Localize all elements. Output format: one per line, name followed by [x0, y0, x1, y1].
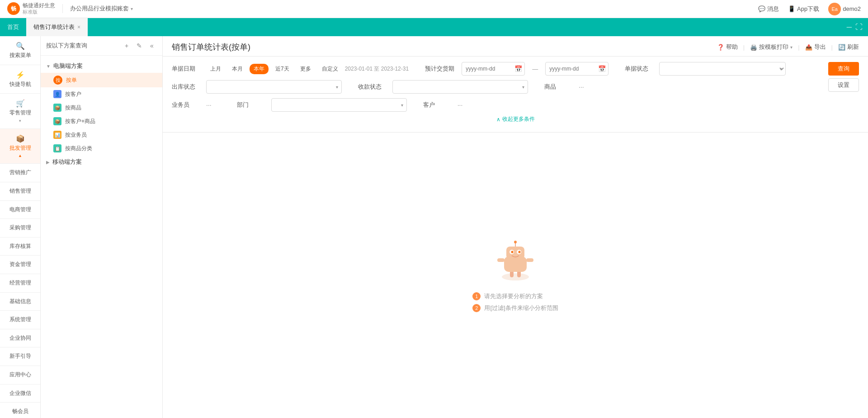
sidebar-item-marketing[interactable]: 营销推广 [0, 164, 40, 182]
sidebar-operation-label: 经营管理 [9, 280, 31, 287]
dept-label: 部门 [237, 101, 264, 109]
date-btn-custom[interactable]: 自定义 [318, 64, 342, 74]
date-range-text: 2023-01-01 至 2023-12-31 [345, 65, 409, 73]
sidebar-item-appstore[interactable]: 应用中心 [0, 366, 40, 385]
tree-child-by-customer[interactable]: 👤 按客户 [41, 87, 162, 101]
edit-scheme-button[interactable]: ✎ [134, 41, 144, 51]
collapse-panel-button[interactable]: « [147, 41, 157, 51]
app-title-dropdown-icon[interactable]: ▾ [131, 6, 133, 11]
sidebar-item-inventory[interactable]: 库存核算 [0, 238, 40, 256]
hint-text-1: 请先选择要分析的方案 [484, 292, 543, 300]
dept-select[interactable] [271, 98, 407, 112]
doc-status-select[interactable] [659, 62, 786, 76]
tree-child-by-order[interactable]: 按 按单 [41, 73, 162, 87]
app-title[interactable]: 办公用品行业模拟账套 ▾ [70, 5, 133, 13]
page-title: 销售订单统计表(按单) [172, 42, 250, 52]
tree-parent-pc[interactable]: ▼ 电脑端方案 [41, 59, 162, 73]
sidebar-item-purchase[interactable]: 采购管理 [0, 219, 40, 238]
message-icon: 💬 [758, 5, 765, 12]
app-download-button[interactable]: 📱 App下载 [788, 5, 819, 13]
top-bar: 畅 畅捷通好生意 标准版 办公用品行业模拟账套 ▾ 💬 消息 📱 App下载 E… [0, 0, 868, 18]
date-from-input[interactable] [462, 62, 525, 76]
export-label: 导出 [814, 43, 826, 51]
help-button[interactable]: ❓ 帮助 [717, 43, 738, 51]
print-dropdown-icon[interactable]: ▾ [790, 45, 793, 50]
date-btn-more[interactable]: 更多 [296, 64, 315, 74]
tree-child-by-salesman[interactable]: 📊 按业务员 [41, 128, 162, 142]
left-panel-actions: + ✎ « [122, 41, 157, 51]
date-btn-last7[interactable]: 近7天 [271, 64, 293, 74]
sidebar-basic-label: 基础信息 [9, 298, 31, 305]
sidebar-item-system[interactable]: 系统管理 [0, 311, 40, 329]
help-label: 帮助 [726, 43, 738, 51]
tab-maximize-icon[interactable]: ⛶ [855, 23, 863, 31]
sidebar-item-wxwork[interactable]: 企业微信 [0, 385, 40, 403]
sidebar-item-operation[interactable]: 经营管理 [0, 274, 40, 293]
tab-active[interactable]: 销售订单统计表 × [26, 18, 88, 36]
collapse-filter-button[interactable]: ∧ 收起更多条件 [172, 112, 859, 127]
filter-status-row: 出库状态 收款状态 商品 ··· [172, 80, 821, 94]
top-bar-right: 💬 消息 📱 App下载 Ea demo2 [758, 3, 861, 15]
sidebar-item-quick[interactable]: ⚡ 快捷导航 [0, 65, 40, 94]
wholesale-icon: 📦 [16, 134, 25, 143]
sidebar-item-retail[interactable]: 🛒 零售管理 ▾ [0, 94, 40, 129]
query-button[interactable]: 查询 [828, 62, 859, 76]
hint-num-1: 1 [472, 292, 481, 300]
payment-status-select-wrap [392, 80, 528, 94]
sidebar-member-label: 畅会员 [12, 408, 28, 415]
sidebar-item-ecom[interactable]: 电商管理 [0, 201, 40, 219]
sidebar-item-finance[interactable]: 资金管理 [0, 256, 40, 274]
date-to-input[interactable] [545, 62, 609, 76]
sidebar-retail-label: 零售管理 [9, 109, 31, 117]
hint-num-2: 2 [472, 304, 481, 312]
sidebar-item-member[interactable]: 畅会员 [0, 403, 40, 418]
sidebar-item-basic[interactable]: 基础信息 [0, 293, 40, 311]
tab-minimize-icon[interactable]: ─ [847, 23, 852, 31]
product-label: 商品 [544, 83, 571, 91]
sidebar-newbie-label: 新手引导 [9, 353, 31, 360]
tree-child-by-category[interactable]: 📋 按商品分类 [41, 142, 162, 155]
print-button[interactable]: 🖨️ 按模板打印 ▾ [750, 43, 793, 51]
sidebar-item-wholesale[interactable]: 📦 批发管理 ▲ [0, 129, 40, 164]
filter-people-row: 业务员 ··· 部门 客户 ··· [172, 98, 821, 112]
sidebar-item-search[interactable]: 🔍 搜索菜单 [0, 36, 40, 65]
user-profile[interactable]: Ea demo2 [828, 3, 861, 15]
sidebar-marketing-label: 营销推广 [9, 169, 31, 176]
tree-expand-icon: ▼ [46, 64, 51, 69]
empty-illustration [488, 238, 542, 285]
scheme-category-label: 按商品分类 [65, 145, 92, 152]
doc-status-select-wrap [659, 62, 786, 76]
payment-status-select[interactable] [392, 80, 528, 94]
empty-state: 1 请先选择要分析的方案 2 用[过滤]条件来缩小分析范围 [163, 133, 868, 418]
refresh-button[interactable]: 🔄 刷新 [838, 43, 859, 51]
date-to-wrap: 📅 [545, 62, 609, 76]
add-scheme-button[interactable]: + [122, 41, 132, 51]
date-btn-this-year[interactable]: 本年 [250, 64, 269, 74]
message-button[interactable]: 💬 消息 [758, 5, 779, 13]
settings-button[interactable]: 设置 [828, 78, 859, 92]
tab-close-button[interactable]: × [77, 24, 80, 30]
salesman-picker-button[interactable]: ··· [206, 101, 212, 109]
sidebar-item-sales[interactable]: 销售管理 [0, 182, 40, 201]
tree-child-by-product[interactable]: 📦 按商品 [41, 101, 162, 114]
app-title-text: 办公用品行业模拟账套 [70, 5, 129, 13]
svg-point-7 [511, 251, 514, 253]
mobile-schemes-label: 移动端方案 [52, 158, 82, 166]
product-picker-button[interactable]: ··· [579, 83, 584, 90]
tree-child-by-cust-prod[interactable]: 📦 按客户+商品 [41, 114, 162, 128]
ship-status-select[interactable] [206, 80, 342, 94]
customer-picker-button[interactable]: ··· [458, 101, 463, 109]
divider2: | [798, 44, 799, 51]
sidebar-item-corp[interactable]: 企业协同 [0, 329, 40, 348]
logo-icon: 畅 [7, 2, 20, 15]
date-btn-this-month[interactable]: 本月 [228, 64, 247, 74]
divider1: | [743, 44, 745, 51]
export-button[interactable]: 📤 导出 [805, 43, 826, 51]
tree-parent-mobile[interactable]: ▶ 移动端方案 [41, 155, 162, 169]
tab-home[interactable]: 首页 [0, 18, 26, 36]
date-btn-last-month[interactable]: 上月 [206, 64, 225, 74]
sidebar-item-newbie[interactable]: 新手引导 [0, 347, 40, 366]
tree-section: ▼ 电脑端方案 按 按单 👤 按客户 📦 按商品 📦 按客户+商品 📊 [41, 56, 162, 172]
user-name: demo2 [843, 5, 861, 12]
filter-main: 单据日期 上月 本月 本年 近7天 更多 自定义 2023-01-01 至 20… [172, 62, 821, 112]
